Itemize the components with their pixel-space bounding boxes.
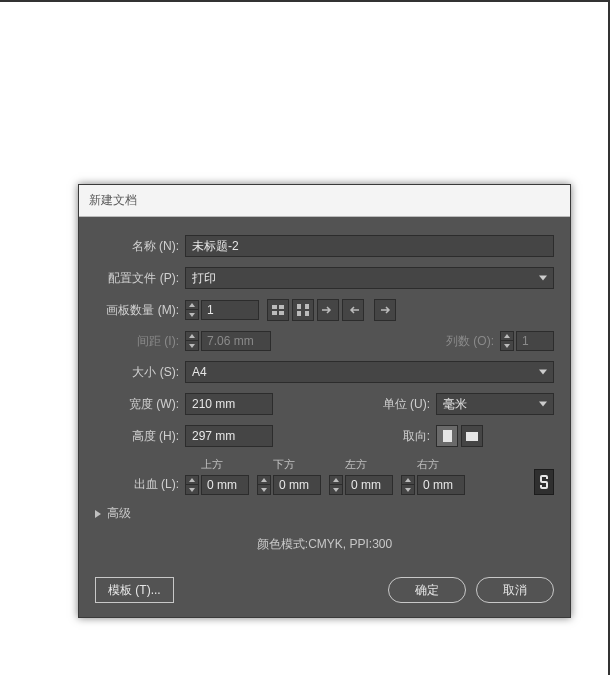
spacing-up — [185, 331, 199, 341]
dialog-body: 名称 (N): 配置文件 (P): 打印 画板数量 (M): 1 — [79, 217, 570, 617]
row-width: 宽度 (W): 单位 (U): 毫米 — [95, 393, 554, 415]
bleed-top-label: 上方 — [185, 457, 249, 472]
spacing-label: 间距 (I): — [95, 333, 185, 350]
spacing-spinner: 7.06 mm — [185, 331, 271, 351]
chevron-down-icon — [539, 370, 547, 375]
units-select[interactable]: 毫米 — [436, 393, 554, 415]
size-select[interactable]: A4 — [185, 361, 554, 383]
units-select-value: 毫米 — [443, 396, 467, 413]
orient-portrait-button[interactable] — [436, 425, 458, 447]
arrange-grid-col-icon[interactable] — [292, 299, 314, 321]
size-label: 大小 (S): — [95, 364, 185, 381]
bleed-right-spinner[interactable]: 0 mm — [401, 475, 465, 495]
arrange-row-ltr-icon[interactable] — [317, 299, 339, 321]
orient-label: 取向: — [366, 428, 436, 445]
row-profile: 配置文件 (P): 打印 — [95, 267, 554, 289]
name-label: 名称 (N): — [95, 238, 185, 255]
width-input[interactable] — [185, 393, 273, 415]
spacing-value: 7.06 mm — [201, 331, 271, 351]
bleed-label: 出血 (L): — [95, 476, 185, 493]
artboard-arrange-buttons — [267, 299, 364, 321]
row-size: 大小 (S): A4 — [95, 361, 554, 383]
columns-value: 1 — [516, 331, 554, 351]
columns-down — [500, 341, 514, 351]
bleed-right-value[interactable]: 0 mm — [417, 475, 465, 495]
row-height: 高度 (H): 取向: — [95, 425, 554, 447]
triangle-right-icon — [95, 510, 101, 518]
artboards-spinner[interactable]: 1 — [185, 300, 259, 320]
arrange-grid-row-icon[interactable] — [267, 299, 289, 321]
bleed-bottom-spinner[interactable]: 0 mm — [257, 475, 321, 495]
bleed-left-label: 左方 — [329, 457, 393, 472]
units-label: 单位 (U): — [366, 396, 436, 413]
colormode-text: 颜色模式:CMYK, PPI:300 — [95, 536, 554, 553]
profile-select-value: 打印 — [192, 270, 216, 287]
height-input[interactable] — [185, 425, 273, 447]
row-artboards: 画板数量 (M): 1 — [95, 299, 554, 321]
bleed-right-label: 右方 — [401, 457, 465, 472]
orient-landscape-button[interactable] — [461, 425, 483, 447]
profile-select[interactable]: 打印 — [185, 267, 554, 289]
advanced-disclosure[interactable]: 高级 — [95, 505, 554, 522]
dialog-footer: 模板 (T)... 确定 取消 — [95, 573, 554, 603]
row-name: 名称 (N): — [95, 235, 554, 257]
spacing-down — [185, 341, 199, 351]
bleed-top-value[interactable]: 0 mm — [201, 475, 249, 495]
width-label: 宽度 (W): — [95, 396, 185, 413]
height-label: 高度 (H): — [95, 428, 185, 445]
chevron-down-icon — [539, 276, 547, 281]
artboard-extra-buttons — [374, 299, 396, 321]
cancel-button[interactable]: 取消 — [476, 577, 554, 603]
orientation-group — [436, 425, 554, 447]
advanced-label: 高级 — [107, 505, 131, 522]
artboards-value[interactable]: 1 — [201, 300, 259, 320]
columns-up — [500, 331, 514, 341]
bleed-top-spinner[interactable]: 0 mm — [185, 475, 249, 495]
row-spacing: 间距 (I): 7.06 mm 列数 (O): 1 — [95, 331, 554, 351]
artboards-up[interactable] — [185, 300, 199, 310]
bleed-bottom-value[interactable]: 0 mm — [273, 475, 321, 495]
size-select-value: A4 — [192, 365, 207, 379]
bleed-left-value[interactable]: 0 mm — [345, 475, 393, 495]
ok-button[interactable]: 确定 — [388, 577, 466, 603]
arrange-extra-icon[interactable] — [374, 299, 396, 321]
columns-label: 列数 (O): — [440, 333, 500, 350]
artboards-label: 画板数量 (M): — [95, 302, 185, 319]
row-bleed: 出血 (L): 上方 0 mm 下方 0 mm — [95, 457, 554, 495]
bleed-link-button[interactable] — [534, 469, 554, 495]
bleed-bottom-label: 下方 — [257, 457, 321, 472]
new-document-dialog: 新建文档 名称 (N): 配置文件 (P): 打印 画板数量 (M): 1 — [78, 184, 571, 618]
template-button[interactable]: 模板 (T)... — [95, 577, 174, 603]
columns-spinner: 1 — [500, 331, 554, 351]
bleed-left-spinner[interactable]: 0 mm — [329, 475, 393, 495]
artboards-down[interactable] — [185, 310, 199, 320]
arrange-row-rtl-icon[interactable] — [342, 299, 364, 321]
chevron-down-icon — [539, 402, 547, 407]
name-input[interactable] — [185, 235, 554, 257]
profile-label: 配置文件 (P): — [95, 270, 185, 287]
dialog-title[interactable]: 新建文档 — [79, 185, 570, 217]
